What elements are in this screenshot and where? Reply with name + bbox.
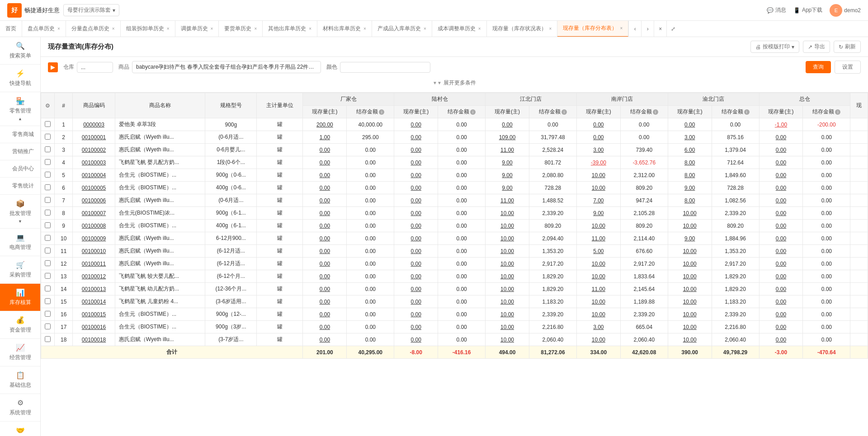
- tab-close-icon[interactable]: ×: [167, 26, 170, 31]
- tab-close-icon[interactable]: ×: [549, 26, 552, 31]
- row-name: 惠氏启赋（Wyeth illu...: [115, 131, 205, 144]
- info-icon[interactable]: i: [744, 109, 750, 115]
- app-download-btn[interactable]: 📱 App下载: [793, 6, 822, 14]
- row-zongcang-qty: -1.00: [759, 118, 803, 131]
- row-checkbox[interactable]: [41, 131, 55, 144]
- print-btn[interactable]: 🖨 按模版打印 ▾: [750, 41, 799, 53]
- tab-6[interactable]: 其他出库单历史 ×: [263, 21, 317, 37]
- tab-close-icon[interactable]: ×: [112, 26, 115, 31]
- tab-11-active[interactable]: 现存量（库存分布表） ×: [557, 21, 628, 37]
- company-dropdown[interactable]: 母婴行业演示陈套 ▾: [63, 4, 119, 16]
- sidebar-item-basic-info[interactable]: 📋 基础信息: [0, 366, 40, 394]
- table-row: 2 00100001 惠氏启赋（Wyeth illu... (0-6月适... …: [41, 131, 868, 144]
- row-current: [850, 308, 868, 321]
- row-checkbox[interactable]: [41, 270, 55, 283]
- sidebar-item-retail-stats[interactable]: 零售统计: [0, 178, 40, 195]
- row-checkbox[interactable]: [41, 144, 55, 156]
- sidebar-item-search[interactable]: 🔍 搜索英单: [0, 37, 40, 65]
- row-num: 5: [55, 169, 73, 182]
- row-zongcang-qty: 0.00: [759, 194, 803, 207]
- row-checkbox[interactable]: [41, 220, 55, 232]
- tab-prev-btn[interactable]: ‹: [628, 21, 641, 37]
- row-jiangbei-amt: 0.00: [529, 118, 576, 131]
- message-btn[interactable]: 💬 消息: [767, 6, 786, 14]
- tab-close-icon[interactable]: ×: [478, 26, 481, 31]
- info-icon[interactable]: i: [561, 109, 567, 115]
- tab-2[interactable]: 分量盘点单历史 ×: [66, 21, 121, 37]
- tab-close-icon[interactable]: ×: [211, 26, 213, 31]
- tab-5[interactable]: 要货单历史 ×: [219, 21, 263, 37]
- tab-4[interactable]: 调拨单历史 ×: [175, 21, 219, 37]
- filter-expand-toggle[interactable]: ▶: [48, 62, 58, 72]
- row-checkbox[interactable]: [41, 118, 55, 131]
- row-checkbox[interactable]: [41, 232, 55, 245]
- info-icon[interactable]: i: [653, 109, 658, 115]
- sidebar-system-label: 系统管理: [9, 409, 31, 417]
- tab-close-icon[interactable]: ×: [620, 26, 623, 31]
- tab-close-icon[interactable]: ×: [254, 26, 257, 31]
- table-row: 16 00100015 合生元（BIOSTIME）... 900g（12-...…: [41, 308, 868, 321]
- row-checkbox[interactable]: [41, 258, 55, 270]
- sidebar-item-quick-nav[interactable]: ⚡ 快捷导航: [0, 65, 40, 92]
- tab-close-icon[interactable]: ×: [363, 26, 366, 31]
- tab-home[interactable]: 首页: [0, 21, 22, 37]
- settings-btn[interactable]: 设置: [835, 61, 861, 74]
- tab-close-icon[interactable]: ×: [57, 26, 60, 31]
- tab-8[interactable]: 产成品入库单历史 ×: [372, 21, 432, 37]
- info-icon[interactable]: i: [470, 109, 476, 115]
- tab-close-all-btn[interactable]: ×: [654, 21, 666, 37]
- info-icon[interactable]: i: [379, 109, 384, 115]
- tab-close-icon[interactable]: ×: [309, 26, 311, 31]
- sidebar-item-finance[interactable]: 💰 资金管理: [0, 311, 40, 339]
- sidebar-item-inventory[interactable]: 📊 库存核算: [0, 284, 40, 311]
- cog-icon[interactable]: ⚙: [45, 103, 50, 109]
- tab-3[interactable]: 组装拆卸单历史 ×: [121, 21, 175, 37]
- sidebar-item-retail-mall[interactable]: 零售商城: [0, 126, 40, 143]
- row-checkbox[interactable]: [41, 295, 55, 308]
- warehouse-input[interactable]: ...: [77, 62, 113, 73]
- export-btn[interactable]: ↗ 导出: [803, 41, 830, 53]
- color-input[interactable]: [340, 62, 430, 73]
- col-settings-header[interactable]: ⚙: [41, 93, 55, 118]
- row-checkbox[interactable]: [41, 194, 55, 207]
- col-group-zongcang: 总仓: [759, 93, 850, 106]
- col-spec-header: 规格型号: [205, 93, 257, 118]
- tab-7[interactable]: 材料出库单历史 ×: [317, 21, 372, 37]
- username: demo2: [844, 7, 861, 14]
- row-checkbox[interactable]: [41, 169, 55, 182]
- user-area[interactable]: E demo2: [830, 4, 861, 17]
- goods-input[interactable]: babycare孕妇待产包 春季入院全套母子组合孕妇产后冬季月子用品 22件套 …: [132, 61, 321, 73]
- tab-expand-btn[interactable]: ⤢: [666, 21, 679, 37]
- sidebar-item-members[interactable]: 会员中心: [0, 160, 40, 178]
- row-checkbox[interactable]: [41, 207, 55, 220]
- tab-1[interactable]: 盘点单历史 ×: [22, 21, 66, 37]
- row-checkbox[interactable]: [41, 156, 55, 169]
- row-changjia-amt: 0.00: [347, 232, 394, 245]
- tab-next-btn[interactable]: ›: [641, 21, 654, 37]
- row-checkbox[interactable]: [41, 333, 55, 346]
- tab-close-icon[interactable]: ×: [424, 26, 426, 31]
- row-checkbox[interactable]: [41, 182, 55, 194]
- sidebar-item-ecommerce[interactable]: 💻 电商管理: [0, 229, 40, 256]
- row-checkbox[interactable]: [41, 245, 55, 258]
- row-spec: 900g（12-...: [205, 308, 257, 321]
- refresh-btn[interactable]: ↻ 刷新: [834, 41, 861, 53]
- tab-10[interactable]: 现存量（库存状况表） ×: [487, 21, 558, 37]
- row-lucun-qty: 0.00: [394, 333, 438, 346]
- sidebar-item-wholesale[interactable]: 📦 批发管理 ▼: [0, 195, 40, 229]
- sidebar-item-collab[interactable]: 🤝 企业协同: [0, 422, 40, 436]
- sidebar-item-purchase[interactable]: 🛒 采购管理: [0, 256, 40, 284]
- tab-9[interactable]: 成本调整单历史 ×: [432, 21, 487, 37]
- sidebar-item-retail[interactable]: 🏪 零售管理 ▲: [0, 92, 40, 126]
- sidebar-item-business[interactable]: 📈 经营管理: [0, 339, 40, 366]
- info-icon[interactable]: i: [835, 109, 840, 115]
- sidebar-item-marketing[interactable]: 营销推广: [0, 143, 40, 160]
- expand-more-btn[interactable]: ▼▼ 展开更多条件: [429, 77, 480, 89]
- row-checkbox[interactable]: [41, 283, 55, 295]
- quick-nav-icon: ⚡: [16, 69, 25, 78]
- query-btn[interactable]: 查询: [806, 61, 831, 73]
- sidebar-item-system[interactable]: ⚙ 系统管理: [0, 394, 40, 422]
- row-checkbox[interactable]: [41, 321, 55, 333]
- row-lucun-qty: 0.00: [394, 144, 438, 156]
- row-checkbox[interactable]: [41, 308, 55, 321]
